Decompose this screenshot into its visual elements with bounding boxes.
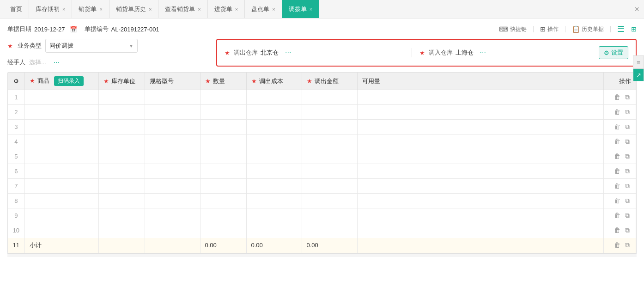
product-cell[interactable] <box>24 105 98 120</box>
copy-row-icon[interactable]: ⧉ <box>625 226 630 234</box>
qty-cell[interactable] <box>200 179 246 194</box>
qty-cell[interactable] <box>200 134 246 149</box>
amount-cell[interactable] <box>302 194 357 208</box>
operations-button[interactable]: ⊞ 操作 <box>540 25 559 33</box>
copy-row-icon[interactable]: ⧉ <box>625 138 630 145</box>
cost-cell[interactable] <box>246 194 302 208</box>
cost-cell[interactable] <box>246 164 302 179</box>
qty-cell[interactable] <box>200 105 246 120</box>
qty-cell[interactable] <box>200 194 246 208</box>
unit-cell[interactable] <box>98 208 145 223</box>
available-cell[interactable] <box>357 179 604 194</box>
horizontal-scrollbar[interactable] <box>7 253 637 257</box>
available-cell[interactable] <box>357 105 604 120</box>
copy-row-icon[interactable]: ⧉ <box>625 182 630 189</box>
delete-row-icon[interactable]: 🗑 <box>614 167 620 175</box>
in-warehouse-value[interactable]: 上海仓 <box>456 49 474 57</box>
available-cell[interactable] <box>357 134 604 149</box>
person-input[interactable]: 选择... <box>29 58 46 67</box>
unit-cell[interactable] <box>98 194 145 208</box>
close-icon[interactable]: × <box>62 6 65 12</box>
product-cell[interactable] <box>24 164 98 179</box>
shortcuts-button[interactable]: ⌨ 快捷键 <box>499 25 527 33</box>
unit-cell[interactable] <box>98 164 145 179</box>
person-more-icon[interactable]: ··· <box>54 58 60 67</box>
tab-home[interactable]: 首页 <box>4 0 29 18</box>
cost-cell[interactable] <box>246 223 302 238</box>
cost-cell[interactable] <box>246 134 302 149</box>
qty-cell[interactable] <box>200 223 246 238</box>
cost-cell[interactable] <box>246 105 302 120</box>
unit-cell[interactable] <box>98 223 145 238</box>
product-cell[interactable] <box>24 149 98 164</box>
product-cell[interactable] <box>24 194 98 208</box>
available-cell[interactable] <box>357 164 604 179</box>
out-warehouse-more-icon[interactable]: ··· <box>285 49 291 57</box>
panel-list-icon[interactable]: ≡ <box>633 55 644 68</box>
delete-row-icon[interactable]: 🗑 <box>614 212 620 219</box>
product-cell[interactable] <box>24 134 98 149</box>
tab-stocktake[interactable]: 盘点单 × <box>245 0 282 18</box>
columns-icon[interactable]: ⊞ <box>631 25 637 33</box>
window-close-button[interactable]: × <box>634 4 639 14</box>
copy-row-icon[interactable]: ⧉ <box>625 197 630 204</box>
cost-cell[interactable] <box>246 208 302 223</box>
layout-icon[interactable]: ☰ <box>617 24 625 34</box>
spec-cell[interactable] <box>145 149 200 164</box>
delete-row-icon[interactable]: 🗑 <box>614 226 620 234</box>
delete-row-icon[interactable]: 🗑 <box>614 123 620 130</box>
qty-cell[interactable] <box>200 164 246 179</box>
product-cell[interactable] <box>24 90 98 105</box>
spec-cell[interactable] <box>145 105 200 120</box>
in-warehouse-more-icon[interactable]: ··· <box>480 49 486 57</box>
qty-cell[interactable] <box>200 90 246 105</box>
close-icon[interactable]: × <box>272 6 275 12</box>
copy-icon[interactable]: ⧉ <box>625 241 630 249</box>
unit-cell[interactable] <box>98 134 145 149</box>
product-cell[interactable] <box>24 208 98 223</box>
tab-view-sales[interactable]: 查看销货单 × <box>158 0 207 18</box>
cost-cell[interactable] <box>246 120 302 134</box>
history-button[interactable]: 📋 历史单据 <box>572 25 604 33</box>
available-cell[interactable] <box>357 90 604 105</box>
amount-cell[interactable] <box>302 105 357 120</box>
available-cell[interactable] <box>357 223 604 238</box>
qty-cell[interactable] <box>200 120 246 134</box>
spec-cell[interactable] <box>145 208 200 223</box>
unit-cell[interactable] <box>98 179 145 194</box>
unit-cell[interactable] <box>98 90 145 105</box>
copy-row-icon[interactable]: ⧉ <box>625 153 630 160</box>
tab-transfer[interactable]: 调拨单 × <box>282 0 319 18</box>
delete-row-icon[interactable]: 🗑 <box>614 93 620 101</box>
amount-cell[interactable] <box>302 90 357 105</box>
qty-cell[interactable] <box>200 149 246 164</box>
product-cell[interactable] <box>24 179 98 194</box>
tab-sales-order[interactable]: 销货单 × <box>72 0 109 18</box>
spec-cell[interactable] <box>145 194 200 208</box>
amount-cell[interactable] <box>302 149 357 164</box>
delete-row-icon[interactable]: 🗑 <box>614 153 620 160</box>
spec-cell[interactable] <box>145 164 200 179</box>
product-cell[interactable] <box>24 223 98 238</box>
close-icon[interactable]: × <box>99 6 102 12</box>
spec-cell[interactable] <box>145 223 200 238</box>
available-cell[interactable] <box>357 149 604 164</box>
qty-cell[interactable] <box>200 208 246 223</box>
cost-cell[interactable] <box>246 179 302 194</box>
out-warehouse-value[interactable]: 北京仓 <box>261 49 279 57</box>
delete-row-icon[interactable]: 🗑 <box>614 108 620 116</box>
spec-cell[interactable] <box>145 90 200 105</box>
available-cell[interactable] <box>357 194 604 208</box>
copy-row-icon[interactable]: ⧉ <box>625 93 630 101</box>
calendar-icon[interactable]: 📅 <box>70 26 77 33</box>
unit-cell[interactable] <box>98 149 145 164</box>
unit-cell[interactable] <box>98 105 145 120</box>
settings-button[interactable]: ⚙ 设置 <box>599 46 628 59</box>
spec-cell[interactable] <box>145 134 200 149</box>
scan-button[interactable]: 扫码录入 <box>54 76 84 86</box>
tab-sales-history[interactable]: 销货单历史 × <box>109 0 158 18</box>
delete-row-icon[interactable]: 🗑 <box>614 182 620 189</box>
col-gear[interactable]: ⚙ <box>8 73 24 90</box>
doc-date-value[interactable]: 2019-12-27 <box>34 26 65 33</box>
tab-inventory-init[interactable]: 库存期初 × <box>29 0 72 18</box>
